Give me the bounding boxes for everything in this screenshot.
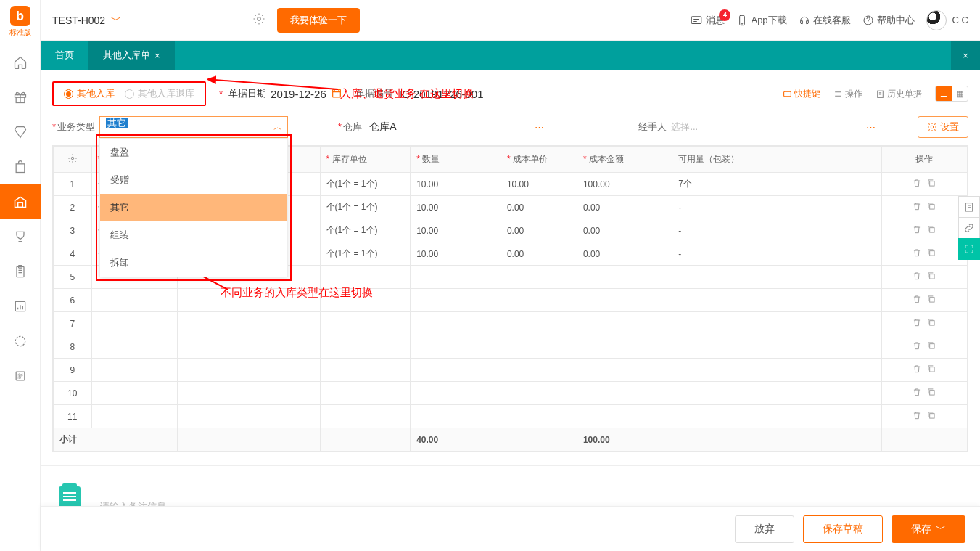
business-type-select[interactable]: 其它 ︿ 盘盈 受赠 其它 组装 拆卸	[99, 116, 288, 138]
settings-button[interactable]: 设置	[918, 116, 968, 138]
float-expand-icon[interactable]	[958, 238, 980, 260]
row-delete-icon[interactable]	[912, 180, 922, 190]
svg-rect-26	[930, 298, 934, 302]
avatar	[926, 10, 947, 30]
radio-other-inbound[interactable]: 其他入库	[64, 87, 115, 100]
warehouse-value: 仓库A	[369, 121, 396, 134]
row-copy-icon[interactable]	[926, 296, 936, 306]
svg-rect-11	[692, 16, 702, 23]
nav-new-icon[interactable]: 新	[0, 359, 41, 393]
option-zuzhuang[interactable]: 组装	[100, 221, 287, 249]
view-list-button[interactable]: ☰	[936, 86, 952, 101]
history-link[interactable]: 历史单据	[876, 88, 922, 100]
business-type-dropdown: 盘盈 受赠 其它 组装 拆卸	[99, 138, 288, 277]
row-delete-icon[interactable]	[912, 296, 922, 306]
option-qita[interactable]: 其它	[100, 194, 287, 221]
nav-clipboard-icon[interactable]	[0, 254, 41, 289]
row-copy-icon[interactable]	[926, 273, 936, 283]
table-row[interactable]: 11	[54, 405, 968, 428]
user-menu[interactable]: C C	[926, 10, 968, 30]
shortcut-link[interactable]: 快捷键	[783, 88, 820, 100]
nav-bag-icon[interactable]	[0, 150, 41, 184]
row-copy-icon[interactable]	[926, 366, 936, 376]
tab-close-icon[interactable]: ×	[155, 50, 160, 61]
calendar-icon[interactable]	[331, 87, 342, 101]
row-copy-icon[interactable]	[926, 389, 936, 399]
help-center-link[interactable]: 帮助中心	[862, 14, 915, 27]
org-settings-icon[interactable]	[252, 12, 265, 28]
row-delete-icon[interactable]	[912, 366, 922, 376]
float-note-icon[interactable]	[958, 196, 980, 218]
handler-field[interactable]: 经手人 选择...	[638, 121, 698, 134]
col-price: 成本单价	[501, 147, 577, 173]
online-service-link[interactable]: 在线客服	[799, 14, 851, 27]
org-selector[interactable]: TEST-H002 ﹀	[52, 14, 241, 27]
float-link-icon[interactable]	[958, 217, 980, 239]
save-draft-button[interactable]: 保存草稿	[803, 515, 883, 543]
subtotal-label: 小计	[54, 428, 178, 452]
table-row[interactable]: 10	[54, 382, 968, 405]
warehouse-field[interactable]: *仓库 仓库A	[338, 121, 396, 134]
svg-rect-23	[930, 228, 934, 232]
tab-home[interactable]: 首页	[41, 41, 88, 70]
view-grid-button[interactable]: ▦	[952, 86, 968, 101]
table-row[interactable]: 8	[54, 335, 968, 359]
messages-link[interactable]: 消息 4	[690, 14, 725, 27]
row-delete-icon[interactable]	[912, 389, 922, 399]
row-delete-icon[interactable]	[912, 273, 922, 283]
row-delete-icon[interactable]	[912, 412, 922, 423]
content-area: 其他入库 其他入库退库 * 单据日期 2019-12-26 单	[41, 70, 980, 551]
table-row[interactable]: 6	[54, 289, 968, 312]
svg-rect-16	[784, 91, 791, 97]
row-delete-icon[interactable]	[912, 250, 922, 260]
row-copy-icon[interactable]	[926, 412, 936, 423]
svg-rect-24	[930, 251, 934, 256]
row-copy-icon[interactable]	[926, 226, 936, 237]
table-row[interactable]: 9	[54, 359, 968, 382]
nav-home-icon[interactable]	[0, 45, 41, 80]
row-delete-icon[interactable]	[912, 319, 922, 330]
nav-money-icon[interactable]	[0, 219, 41, 254]
subtotal-amount: 100.00	[577, 428, 672, 452]
col-qty: 数量	[411, 147, 501, 173]
inbound-type-radio-group: 其他入库 其他入库退库	[52, 81, 206, 106]
row-delete-icon[interactable]	[912, 226, 922, 237]
radio-other-inbound-return[interactable]: 其他入库退库	[125, 87, 194, 100]
save-button[interactable]: 保存 ﹀	[892, 515, 965, 543]
tab-bar: 首页 其他入库单 × ×	[41, 41, 980, 70]
business-type-field: *业务类型 其它 ︿ 盘盈 受赠 其它 组装 拆卸	[52, 116, 288, 138]
nav-warehouse-icon[interactable]	[0, 184, 41, 219]
option-panying[interactable]: 盘盈	[100, 139, 287, 166]
row-copy-icon[interactable]	[926, 250, 936, 260]
option-chaixie[interactable]: 拆卸	[100, 249, 287, 277]
tabs-close-all-icon[interactable]: ×	[951, 41, 980, 70]
nav-report-icon[interactable]	[0, 289, 41, 324]
row-copy-icon[interactable]	[926, 343, 936, 353]
svg-rect-31	[930, 414, 934, 418]
warehouse-more-icon[interactable]: ⋯	[532, 122, 547, 133]
discard-button[interactable]: 放弃	[735, 515, 794, 543]
trial-button[interactable]: 我要体验一下	[277, 8, 360, 33]
row-copy-icon[interactable]	[926, 203, 936, 213]
nav-sync-icon[interactable]	[0, 324, 41, 359]
option-shouzeng[interactable]: 受赠	[100, 166, 287, 194]
tab-other-inbound[interactable]: 其他入库单 ×	[88, 41, 175, 70]
col-available: 可用量（包装）	[672, 147, 882, 173]
svg-point-10	[258, 17, 261, 21]
app-download-link[interactable]: App下载	[736, 14, 786, 27]
row-copy-icon[interactable]	[926, 319, 936, 330]
row-copy-icon[interactable]	[926, 180, 936, 190]
handler-more-icon[interactable]: ⋯	[863, 122, 878, 133]
doc-date-field[interactable]: * 单据日期 2019-12-26	[219, 87, 342, 101]
nav-diamond-icon[interactable]	[0, 115, 41, 150]
row-delete-icon[interactable]	[912, 203, 922, 213]
nav-gift-icon[interactable]	[0, 80, 41, 115]
col-settings-icon[interactable]	[54, 147, 92, 173]
messages-badge: 4	[719, 9, 730, 21]
table-row[interactable]: 7	[54, 312, 968, 335]
org-name: TEST-H002	[52, 15, 105, 26]
doc-number-value: IC-20191226-001	[399, 88, 484, 100]
row-delete-icon[interactable]	[912, 343, 922, 353]
operate-link[interactable]: 操作	[833, 88, 862, 100]
right-float-toolbar	[958, 196, 980, 259]
